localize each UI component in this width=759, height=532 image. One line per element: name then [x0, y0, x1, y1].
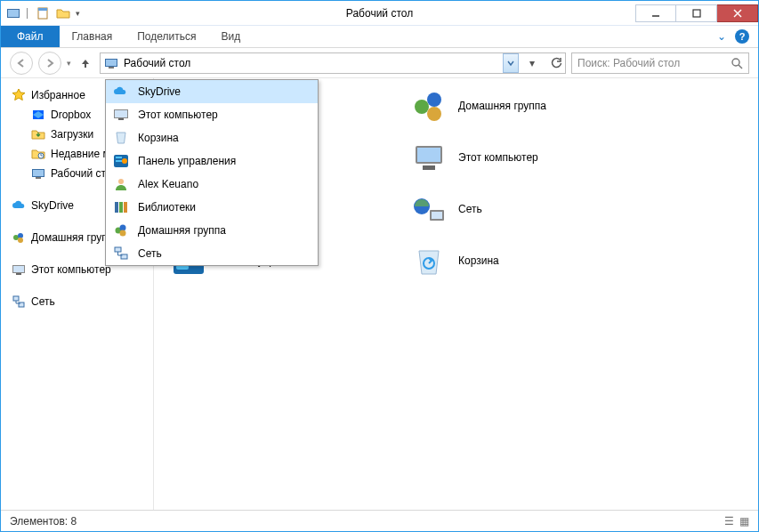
history-dropdown-icon[interactable]: ▾: [67, 59, 71, 68]
dropdown-item-network[interactable]: Сеть: [106, 242, 318, 265]
svg-rect-34: [432, 212, 442, 219]
dropdown-item-recycle[interactable]: Корзина: [106, 126, 318, 149]
search-placeholder: Поиск: Рабочий стол: [577, 57, 731, 69]
back-button[interactable]: [10, 52, 33, 75]
desktop-icon: [104, 56, 118, 70]
nav-label: Избранное: [31, 89, 85, 101]
dropdown-item-control-panel[interactable]: Панель управления: [106, 149, 318, 173]
homegroup-icon: [410, 87, 448, 125]
svg-rect-41: [115, 110, 127, 117]
computer-icon: [410, 139, 448, 176]
dropdown-label: Корзина: [138, 132, 179, 144]
qat-properties-icon[interactable]: [36, 6, 51, 20]
nav-label: Недавние м: [51, 148, 110, 160]
svg-rect-44: [116, 157, 122, 158]
svg-rect-24: [13, 296, 19, 301]
dropdown-item-libraries[interactable]: Библиотеки: [106, 196, 318, 219]
dropdown-label: Этот компьютер: [138, 109, 218, 121]
maximize-button[interactable]: [676, 4, 717, 22]
recent-icon: [31, 147, 45, 161]
address-dropdown-button[interactable]: [503, 53, 519, 73]
skydrive-icon: [12, 198, 26, 213]
svg-rect-48: [115, 202, 118, 213]
star-icon: [12, 88, 26, 102]
item-computer[interactable]: Этот компьютер: [410, 139, 633, 176]
libraries-icon: [113, 199, 129, 215]
svg-line-12: [739, 65, 742, 69]
refresh-button[interactable]: [545, 53, 565, 73]
forward-button[interactable]: [38, 52, 61, 75]
dropbox-icon: [31, 108, 45, 122]
user-icon: [113, 176, 129, 192]
nav-label: SkyDrive: [31, 199, 74, 212]
dropdown-label: Домашняя группа: [138, 224, 226, 237]
homegroup-icon: [12, 230, 26, 245]
dropdown-label: Сеть: [138, 247, 162, 260]
nav-label: Этот компьютер: [31, 263, 111, 276]
svg-point-47: [118, 179, 124, 184]
svg-point-53: [120, 230, 126, 237]
svg-point-26: [415, 100, 429, 114]
svg-point-27: [427, 93, 441, 107]
ribbon: Файл Главная Поделиться Вид ⌄ ?: [1, 26, 758, 48]
app-icon: [6, 6, 20, 20]
item-recycle[interactable]: Корзина: [410, 242, 633, 279]
skydrive-icon: [113, 84, 129, 100]
computer-icon: [12, 262, 26, 277]
nav-label: Рабочий ст: [51, 167, 106, 180]
ribbon-tab-view[interactable]: Вид: [208, 26, 253, 47]
dropdown-label: Alex Keuano: [138, 178, 198, 190]
search-box[interactable]: Поиск: Рабочий стол: [571, 52, 749, 74]
nav-label: Загрузки: [51, 128, 93, 141]
recycle-icon: [113, 130, 129, 146]
network-icon: [12, 294, 26, 309]
nav-network[interactable]: Сеть: [4, 292, 149, 311]
qat-folder-icon[interactable]: [56, 6, 70, 20]
help-icon[interactable]: ?: [735, 29, 749, 44]
svg-rect-16: [33, 170, 44, 176]
svg-rect-31: [423, 165, 435, 170]
dropdown-label: Библиотеки: [138, 201, 196, 214]
svg-rect-49: [119, 202, 123, 213]
downloads-icon: [31, 127, 45, 141]
item-label: Сеть: [458, 203, 482, 215]
up-button[interactable]: [77, 54, 94, 72]
item-label: Домашняя группа: [458, 100, 546, 112]
svg-rect-54: [115, 247, 121, 252]
svg-rect-5: [693, 10, 700, 17]
nav-label: Dropbox: [51, 109, 91, 121]
nav-label: Сеть: [31, 295, 55, 308]
item-homegroup[interactable]: Домашняя группа: [410, 87, 633, 125]
address-history-icon[interactable]: ▾: [524, 57, 540, 69]
search-icon: [731, 57, 743, 69]
ribbon-tab-share[interactable]: Поделиться: [125, 26, 208, 47]
dropdown-item-skydrive[interactable]: SkyDrive: [106, 80, 318, 103]
ribbon-expand-icon[interactable]: ⌄: [717, 30, 726, 43]
dropdown-label: SkyDrive: [138, 85, 181, 98]
item-label: Этот компьютер: [458, 151, 538, 164]
view-icons-button[interactable]: ▦: [739, 515, 749, 528]
dropdown-item-computer[interactable]: Этот компьютер: [106, 103, 318, 126]
address-row: ▾ Рабочий стол ▾ Поиск: Рабочий стол: [1, 48, 758, 78]
view-details-button[interactable]: ☰: [724, 515, 734, 528]
recycle-icon: [410, 242, 448, 279]
desktop-icon: [31, 166, 45, 181]
ribbon-tab-home[interactable]: Главная: [60, 26, 125, 47]
ribbon-file-tab[interactable]: Файл: [1, 26, 60, 47]
dropdown-item-homegroup[interactable]: Домашняя группа: [106, 219, 318, 242]
svg-point-11: [732, 59, 739, 66]
dropdown-item-user[interactable]: Alex Keuano: [106, 173, 318, 196]
control-panel-icon: [113, 153, 129, 169]
status-bar: Элементов: 8 ☰ ▦: [1, 510, 758, 531]
svg-point-28: [427, 107, 441, 121]
svg-rect-10: [109, 67, 114, 69]
minimize-button[interactable]: [635, 4, 676, 22]
computer-icon: [113, 107, 129, 123]
item-label: Корзина: [458, 254, 499, 267]
svg-rect-9: [106, 60, 117, 66]
svg-point-20: [18, 238, 23, 243]
close-button[interactable]: [717, 4, 758, 22]
item-network[interactable]: Сеть: [410, 190, 633, 228]
address-bar[interactable]: Рабочий стол ▾: [100, 52, 566, 74]
qat-dropdown-icon[interactable]: ▾: [76, 9, 80, 18]
